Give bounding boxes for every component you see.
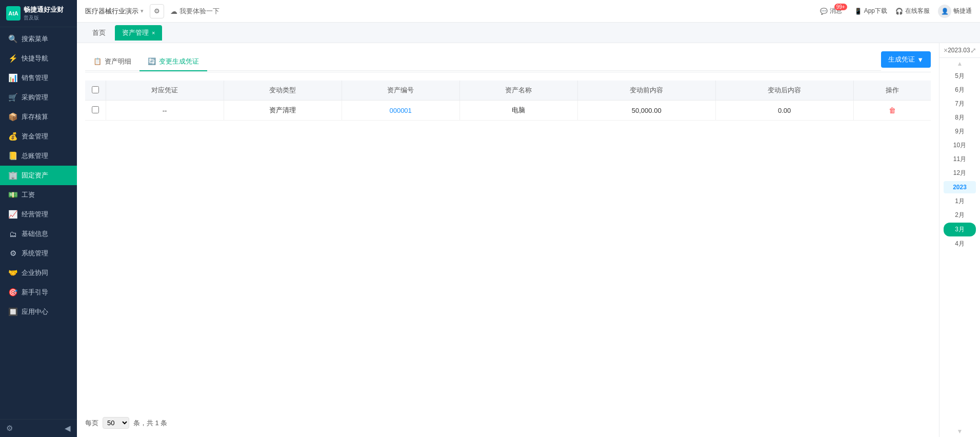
- avatar: 👤: [938, 5, 951, 18]
- tab-home[interactable]: 首页: [85, 25, 113, 41]
- month-item-5[interactable]: 5月: [939, 69, 980, 83]
- month-item-9[interactable]: 9月: [939, 125, 980, 138]
- select-all-checkbox[interactable]: [92, 86, 99, 93]
- sidebar-label-sales: 销售管理: [22, 73, 48, 83]
- panel-close-icon[interactable]: ×: [944, 46, 948, 54]
- sidebar-item-quick-nav[interactable]: ⚡ 快捷导航: [0, 49, 77, 68]
- sub-tab-asset-detail-label: 资产明细: [105, 57, 131, 66]
- service-label: 在线客服: [905, 7, 930, 15]
- sales-icon: 📊: [8, 73, 17, 83]
- month-item-8[interactable]: 8月: [939, 111, 980, 125]
- sidebar-label-fixed-assets: 固定资产: [22, 171, 48, 180]
- message-icon: 💬: [820, 8, 828, 15]
- month-item-7[interactable]: 7月: [939, 97, 980, 111]
- sidebar-item-fixed-assets[interactable]: 🏢 固定资产: [0, 166, 77, 185]
- sidebar-item-app-center[interactable]: 🔲 应用中心: [0, 302, 77, 322]
- asset-table: 对应凭证 变动类型 资产编号 资产名称 变动前内容 变动后内容 操作: [85, 81, 931, 121]
- sidebar-label-guide: 新手引导: [22, 288, 48, 297]
- sidebar-item-ledger[interactable]: 📒 总账管理: [0, 146, 77, 166]
- row-asset-no[interactable]: 000001: [342, 101, 459, 121]
- logo-icon: AtA: [6, 6, 21, 21]
- sidebar-item-guide[interactable]: 🎯 新手引导: [0, 283, 77, 302]
- panel-title: 2023.03: [948, 47, 970, 54]
- sidebar-label-inventory: 库存核算: [22, 112, 48, 122]
- inventory-icon: 📦: [8, 112, 17, 122]
- row-voucher: --: [106, 101, 224, 121]
- fixed-assets-icon: 🏢: [8, 171, 17, 180]
- sidebar-item-finance[interactable]: 💰 资金管理: [0, 127, 77, 146]
- month-item-10[interactable]: 10月: [939, 138, 980, 152]
- row-action-cell: 🗑: [853, 101, 931, 121]
- topbar-settings-button[interactable]: ⚙: [150, 4, 164, 18]
- delete-row-button[interactable]: 🗑: [889, 106, 896, 114]
- month-item-2023-2[interactable]: 2月: [939, 208, 980, 222]
- settings-icon: ⚙: [154, 7, 160, 15]
- sidebar-item-basic-info[interactable]: 🗂 基础信息: [0, 224, 77, 244]
- per-page-label: 每页: [85, 419, 98, 428]
- sidebar-item-salary[interactable]: 💵 工资: [0, 185, 77, 205]
- generate-voucher-button[interactable]: 生成凭证 ▼: [881, 51, 931, 68]
- month-item-2023-1[interactable]: 1月: [939, 194, 980, 208]
- panel-expand-icon[interactable]: ⤢: [970, 46, 976, 54]
- user-menu[interactable]: 👤 畅捷通: [938, 5, 972, 18]
- experience-button[interactable]: ☁ 我要体验一下: [170, 7, 219, 16]
- scroll-down-button[interactable]: ▼: [939, 426, 980, 437]
- sidebar-logo: AtA 畅捷通好业财 普及版: [0, 0, 77, 27]
- message-button[interactable]: 💬 消息 99+: [820, 7, 842, 15]
- sidebar-label-app-center: 应用中心: [22, 307, 48, 316]
- per-page-select[interactable]: 50 10 20 100: [103, 417, 129, 429]
- purchase-icon: 🛒: [8, 93, 17, 102]
- app-label: App下载: [864, 7, 887, 15]
- sidebar-label-operations: 经营管理: [22, 210, 48, 219]
- sidebar-item-inventory[interactable]: 📦 库存核算: [0, 107, 77, 127]
- sidebar-item-purchase[interactable]: 🛒 采购管理: [0, 88, 77, 107]
- sub-tabs-row: 📋 资产明细 🔄 变更生成凭证 生成凭证 ▼: [85, 51, 931, 72]
- sub-tab-change-voucher-label: 变更生成凭证: [159, 57, 199, 66]
- sidebar-item-search[interactable]: 🔍 搜索菜单: [0, 29, 77, 49]
- scroll-up-button[interactable]: ▲: [939, 58, 980, 69]
- tab-close-icon[interactable]: ×: [152, 30, 155, 36]
- sidebar-settings-icon[interactable]: ⚙: [6, 424, 13, 433]
- sub-tab-change-voucher[interactable]: 🔄 变更生成凭证: [139, 53, 207, 71]
- logo-subtitle: 普及版: [24, 14, 64, 22]
- month-item-2023-4[interactable]: 4月: [939, 237, 980, 251]
- month-item-12[interactable]: 12月: [939, 166, 980, 180]
- user-label: 畅捷通: [953, 7, 972, 15]
- topbar-right: 💬 消息 99+ 📱 App下载 🎧 在线客服 👤 畅捷通: [820, 5, 972, 18]
- app-download-button[interactable]: 📱 App下载: [854, 7, 887, 15]
- home-label: 首页: [92, 28, 106, 37]
- sidebar-label-quick-nav: 快捷导航: [22, 54, 48, 63]
- sidebar-label-search: 搜索菜单: [22, 34, 48, 44]
- sidebar-label-ledger: 总账管理: [22, 151, 48, 161]
- asset-tab-label: 资产管理: [122, 28, 149, 37]
- company-selector[interactable]: 医疗器械行业演示 ▾: [85, 7, 144, 16]
- salary-icon: 💵: [8, 190, 17, 200]
- basic-info-icon: 🗂: [8, 229, 17, 239]
- app-center-icon: 🔲: [8, 307, 17, 316]
- sidebar-item-sales[interactable]: 📊 销售管理: [0, 68, 77, 88]
- sidebar: AtA 畅捷通好业财 普及版 🔍 搜索菜单 ⚡ 快捷导航 📊 销售管理 🛒 采购…: [0, 0, 77, 437]
- month-item-11[interactable]: 11月: [939, 152, 980, 166]
- sidebar-item-cooperation[interactable]: 🤝 企业协同: [0, 263, 77, 283]
- total-text: 条，共 1 条: [133, 419, 167, 428]
- chevron-down-icon: ▾: [141, 8, 144, 14]
- generate-btn-label: 生成凭证: [888, 55, 915, 64]
- message-badge: 99+: [834, 4, 847, 10]
- sub-tab-asset-detail[interactable]: 📋 资产明细: [85, 53, 139, 71]
- col-header-after: 变动后内容: [715, 81, 853, 101]
- table-header-checkbox: [85, 81, 106, 101]
- tab-asset-management[interactable]: 资产管理 ×: [115, 25, 162, 41]
- sidebar-collapse-icon[interactable]: ◀: [65, 424, 71, 433]
- month-item-2023-3[interactable]: 3月: [944, 223, 976, 236]
- sidebar-item-operations[interactable]: 📈 经营管理: [0, 205, 77, 224]
- sidebar-label-system: 系统管理: [22, 249, 48, 258]
- online-service-button[interactable]: 🎧 在线客服: [895, 7, 930, 15]
- month-item-6[interactable]: 6月: [939, 83, 980, 97]
- cooperation-icon: 🤝: [8, 268, 17, 277]
- sidebar-item-system[interactable]: ⚙ 系统管理: [0, 244, 77, 263]
- row-change-type: 资产清理: [224, 101, 342, 121]
- row-checkbox[interactable]: [92, 106, 99, 113]
- table-row: -- 资产清理 000001 电脑 50,000.00 0.00 🗑: [85, 101, 931, 121]
- sidebar-label-basic-info: 基础信息: [22, 229, 48, 239]
- change-voucher-icon: 🔄: [148, 57, 156, 65]
